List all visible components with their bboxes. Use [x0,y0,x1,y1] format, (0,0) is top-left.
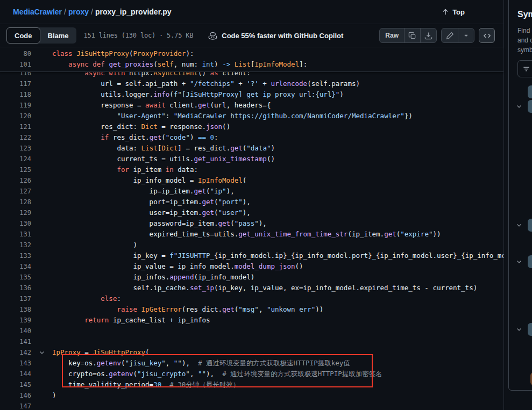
collapse-slot [31,283,52,293]
code-text: res_dict: Dict = response.json() [52,121,503,132]
collapse-slot [31,121,52,132]
line-number[interactable]: 128 [0,197,31,207]
line-number[interactable]: 118 [0,89,31,100]
line-number[interactable]: 117 [0,78,31,89]
symbol-kind-chip[interactable] [528,100,532,113]
line-number[interactable]: 142 [0,347,31,358]
collapse-slot [31,59,52,70]
line-number[interactable]: 119 [0,100,31,111]
collapse-slot [31,240,52,250]
breadcrumb-folder-link[interactable]: proxy [68,8,89,16]
code-brackets-icon [483,32,491,40]
line-number[interactable]: 136 [0,283,31,293]
collapse-toggle[interactable] [31,347,52,358]
line-number[interactable]: 122 [0,132,31,143]
collapse-slot [31,100,52,111]
symbol-expand-chevron-icon[interactable] [516,222,522,228]
line-number[interactable]: 127 [0,186,31,197]
symbol-kind-chip[interactable] [528,85,532,98]
line-number[interactable]: 147 [0,401,31,410]
line-number[interactable]: 133 [0,250,31,261]
line-number[interactable]: 135 [0,272,31,283]
collapse-chevron-icon[interactable] [516,326,522,333]
code-line-136: 136 self.ip_cache.set_ip(ip_key, ip_valu… [0,283,503,293]
line-number[interactable]: 125 [0,164,31,175]
line-number[interactable]: 126 [0,175,31,186]
line-number[interactable]: 144 [0,369,31,379]
copilot-banner[interactable]: Code 55% faster with GitHub Copilot [208,31,343,40]
collapse-slot [31,250,52,261]
line-number[interactable]: 130 [0,218,31,229]
tab-code[interactable]: Code [6,27,40,44]
back-to-top-link[interactable]: Top [442,8,465,16]
collapse-chevron-icon[interactable] [516,222,522,228]
code-line-139: 139 return ip_cache_list + ip_infos [0,315,503,326]
line-number[interactable]: 120 [0,111,31,121]
line-number[interactable]: 138 [0,304,31,315]
symbol-kind-chip[interactable] [528,323,532,336]
symbol-item[interactable] [516,85,532,99]
code-line-137: 137 else: [0,293,503,304]
collapse-slot [31,390,52,401]
code-text: expired_time_ts=utils.get_unix_time_from… [52,229,503,240]
collapse-slot [31,143,52,154]
line-number[interactable]: 145 [0,379,31,390]
tab-blame[interactable]: Blame [40,27,76,44]
line-number[interactable]: 140 [0,326,31,336]
edit-button-group [441,28,474,43]
collapse-slot [31,261,52,272]
code-text: key=os.getenv("jisu_key", ""), # 通过环境变量的… [52,358,503,369]
symbol-item[interactable] [516,99,532,113]
line-number[interactable]: 121 [0,121,31,132]
code-line-147: 147 [0,401,503,410]
symbol-item[interactable] [519,372,532,386]
line-number[interactable]: 139 [0,315,31,326]
line-number[interactable]: 124 [0,154,31,164]
download-button[interactable] [420,28,436,42]
line-number[interactable]: 123 [0,143,31,154]
code-line-134: 134 ip_value = ip_info_model.model_dump_… [0,261,503,272]
symbol-kind-chip[interactable] [528,255,532,268]
symbol-expand-chevron-icon[interactable] [516,326,522,333]
breadcrumb-separator: / [89,8,95,16]
raw-button[interactable]: Raw [380,28,404,42]
copy-button[interactable] [404,28,420,42]
line-number[interactable]: 137 [0,293,31,304]
line-number[interactable]: 116 [0,72,31,78]
sticky-context-lines: 80class JiSuHttpProxy(ProxyProvider):101… [0,47,503,72]
symbol-expand-chevron-icon[interactable] [516,258,522,265]
collapse-chevron-icon[interactable] [39,349,45,356]
symbol-item[interactable] [516,322,532,336]
collapse-slot [31,369,52,379]
symbol-item[interactable] [516,255,532,269]
collapse-slot [31,336,52,347]
line-number[interactable]: 129 [0,207,31,218]
code-line-146: 146) [0,390,503,401]
line-number[interactable]: 101 [0,59,31,70]
collapse-slot [31,48,52,59]
file-meta-info: 151 lines (130 loc) · 5.75 KB [84,32,194,39]
symbols-panel-toggle-button[interactable] [479,28,495,43]
symbol-kind-chip[interactable] [528,219,532,232]
line-number[interactable]: 141 [0,336,31,347]
code-text: user=ip_item.get("user"), [52,207,503,218]
chevron-down-icon [463,33,469,39]
line-number[interactable]: 143 [0,358,31,369]
collapse-chevron-icon[interactable] [516,258,522,265]
symbol-expand-chevron-icon[interactable] [516,103,522,110]
breadcrumb-repo-link[interactable]: MediaCrawler [13,8,62,16]
code-line-121: 121 res_dict: Dict = response.json() [0,121,503,132]
line-number[interactable]: 134 [0,261,31,272]
line-number[interactable]: 131 [0,229,31,240]
collapse-chevron-icon[interactable] [516,103,522,110]
line-number[interactable]: 132 [0,240,31,250]
edit-dropdown-button[interactable] [458,28,474,42]
line-number[interactable]: 80 [0,48,31,59]
symbol-item[interactable] [516,218,532,232]
edit-button[interactable] [442,28,458,42]
code-lines: 117 url = self.api_path + "/fetchips" + … [0,78,503,410]
line-number[interactable]: 146 [0,390,31,401]
toolbar-actions: Raw [379,28,495,43]
copilot-banner-text: Code 55% faster with GitHub Copilot [222,32,343,40]
top-link-label: Top [452,8,465,16]
